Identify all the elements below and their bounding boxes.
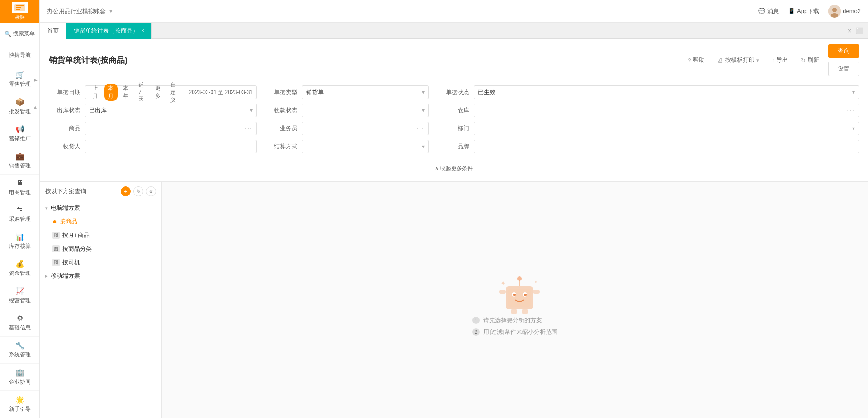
sales-icon: 💼 — [15, 152, 24, 161]
svg-rect-13 — [533, 290, 540, 294]
doc-type-filter[interactable]: 销货单 ▾ — [302, 86, 429, 99]
doc-status-label: 单据状态 — [438, 88, 474, 96]
sidebar-item-ecommerce[interactable]: 🖥 电商管理 — [0, 175, 39, 201]
topbar-dropdown-icon[interactable]: ▾ — [109, 8, 113, 14]
mobile-schemes-label: 移动端方案 — [51, 272, 80, 280]
app-download-button[interactable]: 📱 App下载 — [788, 7, 819, 15]
tree-item-by-driver[interactable]: 图 按司机 — [40, 256, 161, 269]
export-label: 导出 — [776, 56, 788, 64]
refresh-button[interactable]: ↻ 刷新 — [797, 54, 823, 66]
topbar-left: 办公用品行业模拟账套 ▾ — [47, 7, 113, 15]
collapse-label: 收起更多条件 — [440, 165, 473, 172]
mobile-schemes-group: ▸ 移动端方案 — [40, 269, 161, 283]
doc-status-value: 已生效 — [478, 88, 495, 96]
date-tab-custom[interactable]: 自定义 — [167, 80, 183, 105]
receiver-dots-icon: ··· — [245, 143, 253, 150]
svg-text:✦: ✦ — [534, 280, 538, 285]
sidebar-item-system[interactable]: 🔧 系统管理 — [0, 337, 39, 364]
product-filter[interactable]: ··· — [85, 122, 257, 135]
sidebar-item-basic[interactable]: ⚙ 基础信息 — [0, 309, 39, 337]
tab-home[interactable]: 首页 — [40, 23, 66, 39]
sidebar-item-retail[interactable]: 🛒 零售管理 ▶ — [0, 66, 39, 93]
sidebar-item-marketing-label: 营销推广 — [9, 135, 31, 142]
date-tab-more[interactable]: 更多 — [151, 84, 165, 101]
receiver-label: 收货人 — [49, 142, 85, 151]
sidebar-item-inventory[interactable]: 📊 库存核算 — [0, 228, 39, 255]
sidebar-item-newbie[interactable]: 🌟 新手引导 — [0, 391, 39, 418]
warehouse-filter[interactable]: ··· — [474, 104, 859, 117]
brand-filter[interactable]: ··· — [474, 140, 859, 153]
settings-button[interactable]: 设置 — [828, 62, 859, 76]
sidebar-item-enterprise[interactable]: 🏢 企业协同 — [0, 364, 39, 391]
date-label: 单据日期 — [49, 88, 85, 96]
tree-item-by-category[interactable]: 图 按商品分类 — [40, 242, 161, 256]
date-tab-last-month[interactable]: 上月 — [89, 84, 103, 101]
sidebar-item-wholesale[interactable]: 📦 批发管理 ▲ — [0, 93, 39, 120]
receipt-status-filter[interactable]: ▾ — [302, 104, 429, 117]
sidebar-item-finance[interactable]: 💰 资金管理 — [0, 255, 39, 282]
out-status-filter[interactable]: 已出库 ▾ — [85, 104, 257, 117]
svg-point-8 — [513, 294, 516, 296]
query-button[interactable]: 查询 — [828, 44, 859, 58]
window-maximize-icon[interactable]: ⬜ — [856, 28, 863, 34]
date-tab-7days[interactable]: 近7天 — [135, 81, 150, 104]
export-icon: ↑ — [772, 57, 775, 64]
out-status-dropdown-icon: ▾ — [250, 107, 253, 114]
left-panel: 按以下方案查询 + ✎ « — [40, 182, 162, 418]
dept-label: 部门 — [438, 124, 474, 133]
date-filter[interactable]: 上月 本月 本年 近7天 更多 自定义 2023-03-01 至 2023-03… — [85, 86, 257, 99]
print-template-button[interactable]: 🖨 按模板打印 ▾ — [714, 54, 763, 66]
sidebar-item-marketing[interactable]: 📢 营销推广 — [0, 120, 39, 147]
window-close-icon[interactable]: × — [846, 28, 853, 34]
product-label: 商品 — [49, 124, 85, 133]
doc-type-label: 单据类型 — [266, 88, 302, 96]
system-name: 办公用品行业模拟账套 — [47, 7, 106, 15]
empty-steps: 1 请先选择要分析的方案 2 用[过滤]条件来缩小分析范围 — [472, 316, 557, 336]
receiver-filter[interactable]: ··· — [85, 140, 257, 153]
date-tab-current-year[interactable]: 本年 — [119, 84, 133, 101]
logo-area: 标账 — [0, 0, 39, 23]
by-month-product-label: 按月+商品 — [62, 231, 90, 239]
export-button[interactable]: ↑ 导出 — [768, 54, 792, 66]
search-menu-button[interactable]: 🔍 搜索菜单 — [0, 27, 39, 40]
mobile-schemes-header[interactable]: ▸ 移动端方案 — [40, 269, 161, 283]
user-profile[interactable]: demo2 — [828, 5, 861, 18]
collapse-button[interactable]: ∧ 收起更多条件 — [431, 161, 476, 176]
tree-item-by-product[interactable]: ● 按商品 — [40, 215, 161, 228]
by-driver-label: 按司机 — [62, 258, 80, 266]
mobile-expand-icon: ▸ — [45, 273, 48, 279]
search-icon: 🔍 — [5, 31, 11, 37]
refresh-icon: ↻ — [801, 57, 806, 64]
by-category-label: 按商品分类 — [62, 245, 92, 253]
svg-rect-12 — [499, 290, 506, 294]
payment-filter[interactable]: ▾ — [302, 140, 429, 153]
tab-sales-stats[interactable]: 销货单统计表（按商品） × — [66, 23, 152, 39]
help-button[interactable]: ? 帮助 — [684, 54, 708, 66]
dept-filter[interactable]: ▾ — [474, 122, 859, 135]
desktop-schemes-header[interactable]: ▾ 电脑端方案 — [40, 201, 161, 215]
retail-arrow-icon: ▶ — [34, 77, 38, 82]
empty-step-2: 2 用[过滤]条件来缩小分析范围 — [472, 328, 557, 336]
date-tab-current-month[interactable]: 本月 — [104, 84, 118, 101]
purchase-icon: 🛍 — [16, 206, 24, 214]
empty-state-icon: ✦ ✦ — [492, 264, 538, 309]
tree-edit-button[interactable]: ✎ — [133, 186, 143, 196]
tab-close-icon[interactable]: × — [141, 28, 144, 34]
sidebar-item-purchase[interactable]: 🛍 采购管理 — [0, 201, 39, 228]
quick-nav-button[interactable]: 快捷导航 — [0, 49, 39, 62]
tree-item-by-month-product[interactable]: 图 按月+商品 — [40, 228, 161, 242]
page-content: 销货单统计表(按商品) ? 帮助 🖨 按模板打印 ▾ ↑ 导出 ↻ 刷新 — [40, 39, 868, 418]
tree-add-button[interactable]: + — [121, 186, 131, 196]
by-category-icon: 图 — [52, 245, 60, 252]
staff-filter[interactable]: ··· — [302, 122, 429, 135]
sidebar-item-sales[interactable]: 💼 销售管理 — [0, 147, 39, 175]
doc-status-filter[interactable]: 已生效 ▾ — [474, 86, 859, 99]
by-product-label: 按商品 — [60, 218, 77, 226]
doc-status-dropdown-icon: ▾ — [852, 89, 855, 95]
message-button[interactable]: 💬 消息 — [758, 7, 779, 15]
topbar: 办公用品行业模拟账套 ▾ 💬 消息 📱 App下载 de — [40, 0, 868, 23]
sidebar-item-operation[interactable]: 📈 经营管理 — [0, 282, 39, 309]
ecommerce-icon: 🖥 — [16, 179, 24, 187]
tree-collapse-button[interactable]: « — [146, 186, 156, 196]
sidebar-nav: 🛒 零售管理 ▶ 📦 批发管理 ▲ 📢 营销推广 💼 销售管理 🖥 电商管理 🛍… — [0, 66, 39, 418]
